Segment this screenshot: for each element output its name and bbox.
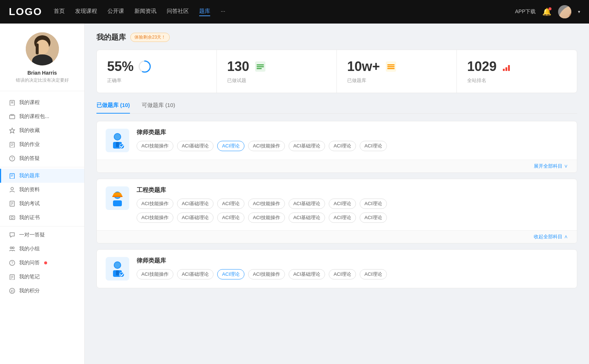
- tag-2-2[interactable]: ACI基础理论: [177, 199, 214, 209]
- navbar-right: APP下载 🔔 ▾: [515, 5, 580, 18]
- stat-accuracy-label: 正确率: [107, 77, 206, 84]
- sidebar-item-myqa-label: 我的问答: [19, 260, 40, 266]
- tag-3-6[interactable]: ACI理论: [329, 269, 356, 279]
- sidebar-item-homework[interactable]: 我的作业: [0, 138, 84, 151]
- sidebar-item-profile-label: 我的资料: [19, 186, 40, 193]
- nav-home[interactable]: 首页: [54, 8, 65, 16]
- avatar[interactable]: [558, 5, 571, 18]
- tag-2-r2-1[interactable]: ACI技能操作: [137, 213, 173, 223]
- group-icon: [9, 246, 15, 252]
- cert-icon: [9, 214, 15, 221]
- tag-2-r2-3[interactable]: ACI理论: [217, 213, 244, 223]
- nav-open-course[interactable]: 公开课: [107, 8, 124, 16]
- tag-2-7[interactable]: ACI理论: [360, 199, 387, 209]
- sidebar-item-points[interactable]: 积 我的积分: [0, 284, 84, 298]
- tag-1-2[interactable]: ACI基础理论: [177, 141, 214, 151]
- stat-rank-value: 1029: [467, 59, 497, 74]
- exam-icon: [9, 200, 15, 207]
- nav-menu: 首页 发现课程 公开课 新闻资讯 问答社区 题库 ···: [54, 8, 503, 16]
- navbar: LOGO 首页 发现课程 公开课 新闻资讯 问答社区 题库 ··· APP下载 …: [0, 0, 589, 24]
- sidebar-item-qbank[interactable]: 我的题库: [0, 169, 84, 183]
- stat-rank-top: 1029: [467, 59, 567, 74]
- chat-icon: [9, 232, 15, 238]
- tag-2-4[interactable]: ACI技能操作: [248, 199, 285, 209]
- tab-todo[interactable]: 可做题库 (10): [142, 102, 175, 113]
- profile-dropdown-arrow[interactable]: ▾: [578, 9, 580, 14]
- tag-1-5[interactable]: ACI基础理论: [289, 141, 325, 151]
- tag-2-6[interactable]: ACI理论: [329, 199, 356, 209]
- sidebar-item-course-label: 我的课程: [19, 99, 40, 106]
- qbank-card-3-inner: 律师类题库 ACI技能操作 ACI基础理论 ACI理论 ACI技能操作 ACI基…: [97, 250, 577, 288]
- tag-1-3[interactable]: ACI理论: [217, 141, 244, 151]
- profile-icon: [9, 186, 15, 193]
- tag-2-1[interactable]: ACI技能操作: [137, 199, 173, 209]
- tag-3-4[interactable]: ACI技能操作: [248, 269, 285, 279]
- svg-point-59: [114, 262, 120, 268]
- qbank-card-2: 工程类题库 ACI技能操作 ACI基础理论 ACI理论 ACI技能操作 ACI基…: [96, 179, 577, 243]
- accuracy-icon: [138, 60, 151, 73]
- tag-3-1[interactable]: ACI技能操作: [137, 269, 173, 279]
- tag-2-r2-6[interactable]: ACI理论: [329, 213, 356, 223]
- collapse-link-2[interactable]: 收起全部科目 ∧: [97, 230, 577, 243]
- sidebar-item-course[interactable]: 我的课程: [0, 96, 84, 110]
- sidebar-item-profile[interactable]: 我的资料: [0, 183, 84, 197]
- nav-qbank[interactable]: 题库: [199, 8, 210, 16]
- sidebar-item-qbank-label: 我的题库: [19, 172, 40, 179]
- svg-rect-11: [10, 142, 14, 147]
- star-icon: [9, 127, 15, 134]
- tag-1-1[interactable]: ACI技能操作: [137, 141, 173, 151]
- page-layout: Brian Harris 错误的决定比没有决定要好 我的课程 我的课程包...: [0, 24, 589, 364]
- qbank-card-3-info: 律师类题库 ACI技能操作 ACI基础理论 ACI理论 ACI技能操作 ACI基…: [137, 257, 568, 279]
- sidebar-item-notes[interactable]: 我的笔记: [0, 270, 84, 284]
- sidebar-item-exam[interactable]: 我的考试: [0, 197, 84, 211]
- tag-2-r2-2[interactable]: ACI基础理论: [177, 213, 214, 223]
- qbank-icon-lawyer-2: [106, 257, 129, 281]
- tag-1-6[interactable]: ACI理论: [329, 141, 356, 151]
- svg-rect-38: [257, 64, 264, 65]
- tag-1-7[interactable]: ACI理论: [360, 141, 387, 151]
- svg-point-26: [13, 247, 14, 249]
- app-download-link[interactable]: APP下载: [515, 8, 536, 15]
- main-content: 我的题库 体验剩余23天！ 55% 正确率: [85, 24, 589, 364]
- sidebar-item-qa[interactable]: ? 我的答疑: [0, 151, 84, 165]
- notification-bell[interactable]: 🔔: [542, 7, 551, 16]
- nav-discover[interactable]: 发现课程: [75, 8, 97, 16]
- sidebar-user-motto: 错误的决定比没有决定要好: [16, 77, 69, 83]
- sidebar-item-course-pkg[interactable]: 我的课程包...: [0, 110, 84, 124]
- nav-more[interactable]: ···: [221, 8, 225, 16]
- stat-done-questions-top: 130: [227, 59, 326, 74]
- sidebar-item-group-label: 我的小组: [19, 246, 40, 252]
- sidebar-item-group[interactable]: 我的小组: [0, 242, 84, 256]
- tag-2-5[interactable]: ACI基础理论: [289, 199, 325, 209]
- tag-3-3[interactable]: ACI理论: [217, 269, 244, 279]
- tag-2-3[interactable]: ACI理论: [217, 199, 244, 209]
- tag-2-r2-5[interactable]: ACI基础理论: [289, 213, 325, 223]
- svg-rect-42: [387, 64, 395, 65]
- sidebar-item-homework-label: 我的作业: [19, 141, 40, 148]
- stat-rank-label: 全站排名: [467, 77, 567, 84]
- expand-link-1[interactable]: 展开全部科目 ∨: [97, 160, 577, 172]
- stat-done-banks-top: 10w+: [347, 59, 446, 74]
- sidebar-item-cert[interactable]: 我的证书: [0, 211, 84, 225]
- nav-news[interactable]: 新闻资讯: [134, 8, 156, 16]
- tag-3-7[interactable]: ACI理论: [360, 269, 387, 279]
- sidebar-profile: Brian Harris 错误的决定比没有决定要好: [0, 32, 84, 91]
- tag-1-4[interactable]: ACI技能操作: [248, 141, 285, 151]
- nav-qa[interactable]: 问答社区: [167, 8, 189, 16]
- sidebar-item-1on1[interactable]: 一对一答疑: [0, 228, 84, 242]
- points-icon: 积: [9, 288, 15, 294]
- notes-icon: [9, 274, 15, 280]
- tag-3-5[interactable]: ACI基础理论: [289, 269, 325, 279]
- qbank-card-1-info: 律师类题库 ACI技能操作 ACI基础理论 ACI理论 ACI技能操作 ACI基…: [137, 129, 568, 151]
- svg-marker-10: [10, 128, 15, 133]
- sidebar-item-collection[interactable]: 我的收藏: [0, 124, 84, 138]
- homework-icon: [9, 141, 15, 148]
- sidebar-item-1on1-label: 一对一答疑: [19, 232, 45, 238]
- svg-rect-40: [257, 68, 262, 69]
- tab-done[interactable]: 已做题库 (10): [96, 102, 130, 113]
- tag-2-r2-4[interactable]: ACI技能操作: [248, 213, 285, 223]
- tag-2-r2-7[interactable]: ACI理论: [360, 213, 387, 223]
- sidebar-item-myqa[interactable]: ? 我的问答: [0, 256, 84, 270]
- stat-done-banks-value: 10w+: [347, 59, 380, 74]
- tag-3-2[interactable]: ACI基础理论: [177, 269, 214, 279]
